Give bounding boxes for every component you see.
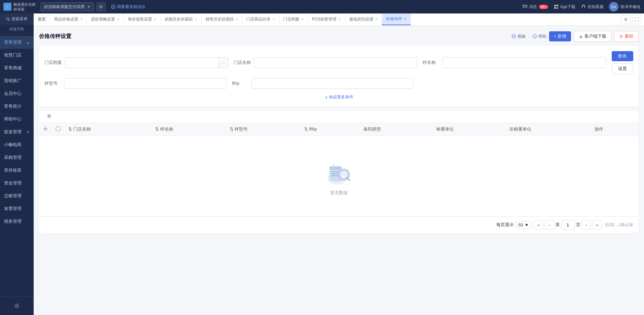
table-settings-btn[interactable] [43, 113, 55, 120]
th-scale-name: ⇅ 秤名称 [151, 123, 225, 136]
messages-btn[interactable]: 消息 99+ [522, 4, 548, 10]
sidebar-quick-nav[interactable]: 快捷导航 [0, 25, 34, 34]
avatar: Ea [609, 2, 618, 11]
tab-pos[interactable]: POS加密管理 × [308, 13, 345, 25]
delete-button[interactable]: 删除 [614, 31, 639, 42]
svg-rect-4 [557, 5, 558, 6]
store-profile-more-btn[interactable]: ··· [219, 57, 228, 68]
sidebar-item-label: 发票管理 [4, 206, 22, 212]
settings-filter-button[interactable]: 设置 [612, 63, 633, 74]
sidebar-item-retail-mall[interactable]: 零售商城 [0, 62, 34, 74]
empty-illustration [322, 156, 356, 190]
settings-icon-btn[interactable] [96, 2, 106, 11]
store-profile-input[interactable] [65, 57, 219, 68]
first-page-btn[interactable]: « [534, 220, 543, 230]
close-icon[interactable]: × [154, 18, 156, 21]
next-page-btn[interactable]: › [582, 220, 591, 230]
scale-name-label: 秤名称 [423, 60, 439, 66]
app-download-btn[interactable]: App下载 [553, 4, 575, 10]
svg-point-15 [45, 128, 46, 130]
sidebar-settings-btn[interactable] [0, 300, 34, 312]
sidebar-item-inventory[interactable]: 库存核算 [0, 164, 34, 177]
per-page-select[interactable]: 50 ▼ [516, 221, 531, 229]
close-icon[interactable]: × [375, 18, 378, 21]
sidebar-item-retail-mgmt[interactable]: 零售管理 ▲ [0, 36, 34, 49]
sidebar-item-smart-store[interactable]: 智慧门店 [0, 49, 34, 62]
sidebar-item-label: 会员中心 [4, 91, 22, 97]
sidebar-search-btn[interactable]: 搜索菜单 [0, 13, 34, 25]
store-name-input[interactable] [254, 57, 417, 68]
sidebar-item-wholesale[interactable]: 批发管理 ▼ [0, 126, 34, 138]
video-link[interactable]: 视频 [511, 34, 526, 39]
online-service-btn[interactable]: 在线客服 [581, 4, 604, 10]
svg-rect-5 [554, 7, 556, 9]
tab-label: 最低折扣设置 [349, 16, 373, 22]
sidebar-item-marketing[interactable]: 营销推广 [0, 74, 34, 87]
store-profile-field: 门店档案 ··· [44, 57, 228, 68]
tab-purchase-history[interactable]: 采购历史价跟踪 × [160, 13, 201, 25]
close-icon[interactable]: × [273, 18, 275, 21]
sidebar-item-accounting[interactable]: 总账管理 [0, 189, 34, 202]
add-button[interactable]: + 新增 [549, 31, 571, 41]
th-settings [39, 123, 52, 136]
chevron-up-icon: ▲ [26, 41, 30, 44]
app-title: 畅捷通好业财 标准版 [13, 2, 36, 12]
scale-model-input[interactable] [64, 78, 226, 89]
download-client-button[interactable]: 客户端下载 [574, 31, 611, 42]
tab-purchase-strategy[interactable]: 进价策略设置 × [87, 13, 123, 25]
pagination-nav: « ‹ 算 页 › » [534, 220, 602, 230]
close-icon[interactable]: × [80, 18, 82, 21]
sidebar-item-retail-stats[interactable]: 零售统计 [0, 100, 34, 113]
sidebar-item-help[interactable]: 帮助中心 [0, 113, 34, 126]
scale-ip-label: 秤ip [232, 80, 249, 86]
demo-link[interactable]: 我要看实例演示 [111, 4, 145, 10]
close-icon[interactable]: × [117, 18, 119, 21]
tab-sale-history[interactable]: 销售历史价跟踪 × [202, 13, 242, 25]
close-icon[interactable]: × [236, 18, 238, 21]
prev-page-btn[interactable]: ‹ [545, 220, 554, 230]
tab-home[interactable]: 首页 [34, 13, 50, 25]
close-icon[interactable]: × [195, 18, 197, 21]
tab-min-discount[interactable]: 最低折扣设置 × [345, 13, 382, 25]
store-name-label: 门店名称 [234, 60, 251, 66]
tab-product-pricing[interactable]: 商品价格设置 × [50, 13, 87, 25]
close-icon[interactable]: × [404, 17, 406, 21]
tab-label: 门店商品目录 [246, 16, 271, 22]
scale-name-input[interactable] [442, 57, 606, 68]
collapse-filter-btn[interactable]: ∧ 收起更多条件 [325, 93, 353, 101]
sidebar-item-purchase[interactable]: 采购管理 [0, 151, 34, 164]
tab-maximize-btn[interactable]: ⛶ [632, 15, 641, 24]
sidebar-item-member[interactable]: 会员中心 [0, 87, 34, 100]
scale-ip-input[interactable] [251, 78, 414, 89]
logo-area: 畅捷通好业财 标准版 [3, 2, 37, 12]
sidebar-item-invoice[interactable]: 发票管理 [0, 202, 34, 215]
tab-label: 销售历史价跟踪 [206, 16, 234, 22]
th-scale-model: ⇅ 秤型号 [226, 123, 300, 136]
close-icon[interactable]: × [301, 18, 303, 21]
sidebar-item-finance[interactable]: 资金管理 [0, 177, 34, 189]
th-checkbox[interactable] [52, 123, 64, 136]
query-button[interactable]: 查询 [612, 51, 633, 61]
sidebar-item-tax[interactable]: 税务管理 [0, 215, 34, 228]
sidebar-item-label: 智慧门店 [4, 52, 22, 58]
tab-close-all-btn[interactable]: ✕ [621, 15, 631, 24]
sidebar-item-label: 帮助中心 [4, 116, 22, 122]
user-menu-btn[interactable]: Ea 徐泽华修改 [609, 2, 641, 11]
tab-sale-extract[interactable]: 售价提取设置 × [124, 13, 160, 25]
tab-store-profile[interactable]: 门店档案 × [279, 13, 308, 25]
help-link[interactable]: ? 帮助 [532, 34, 546, 39]
last-page-btn[interactable]: » [593, 220, 602, 230]
select-all-checkbox[interactable] [56, 127, 60, 131]
version-selector[interactable]: 好业财标准版交付试用 ▼ [40, 2, 94, 11]
page-number-input[interactable] [561, 220, 575, 230]
tab-store-catalog[interactable]: 门店商品目录 × [242, 13, 279, 25]
svg-rect-7 [558, 7, 558, 8]
per-page-selector: 每页显示 50 ▼ [496, 221, 531, 229]
scale-model-label: 秤型号 [44, 80, 61, 86]
sidebar-item-ecom[interactable]: 小畅电商 [0, 138, 34, 151]
table-card: ⇅ 门店名称 ⇅ 秤名称 ⇅ 秤型号 [39, 111, 639, 233]
close-icon[interactable]: × [338, 18, 341, 21]
tab-price-scale[interactable]: 价格传秤 × [382, 13, 410, 25]
help-link-label: 帮助 [538, 34, 546, 39]
messages-label: 消息 [529, 4, 537, 10]
